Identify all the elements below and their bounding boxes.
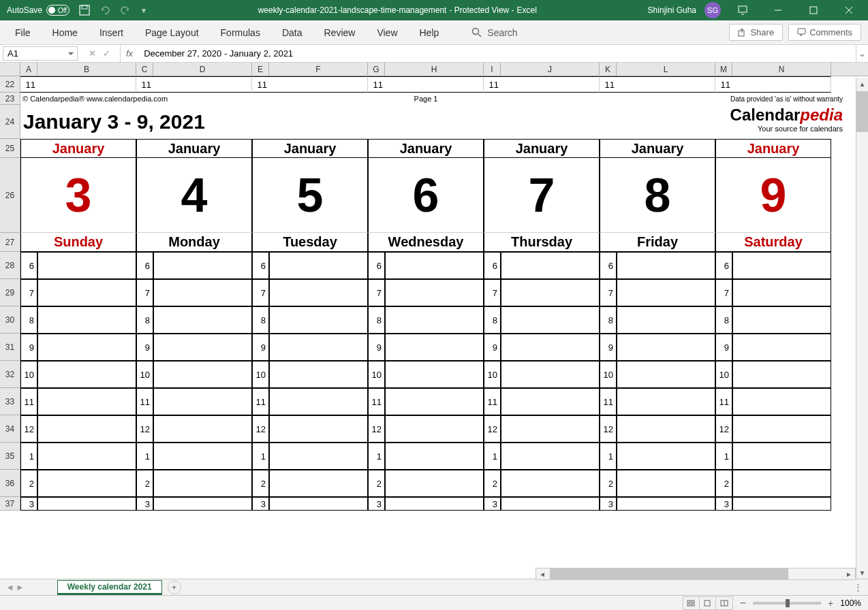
name-box[interactable]: A1 [3, 46, 78, 61]
cell[interactable] [501, 388, 600, 415]
cell[interactable] [617, 497, 715, 511]
minimize-button[interactable] [764, 0, 792, 20]
maximize-button[interactable] [800, 0, 827, 20]
cell[interactable] [269, 334, 368, 361]
grid-body[interactable]: 11111111111111© Calendarpedia® www.calen… [20, 76, 868, 511]
cell[interactable] [37, 497, 136, 511]
cell[interactable]: 9 [600, 334, 617, 361]
qat-dropdown-icon[interactable]: ▼ [140, 7, 147, 14]
cell[interactable] [617, 388, 715, 415]
cell[interactable]: 9 [715, 334, 732, 361]
cell[interactable]: 12 [20, 415, 37, 443]
horizontal-scroll-thumb[interactable] [550, 568, 788, 579]
cell[interactable]: 10 [368, 361, 385, 388]
cell[interactable]: 10 [252, 361, 269, 388]
col-header-A[interactable]: A [20, 63, 37, 76]
autosave-toggle[interactable]: Off [46, 5, 69, 16]
user-avatar[interactable]: SG [704, 2, 721, 18]
cell[interactable]: 1 [20, 443, 37, 470]
cell[interactable] [269, 388, 368, 415]
cell[interactable] [617, 470, 715, 497]
cell[interactable]: 6 [368, 252, 385, 279]
cell[interactable] [153, 443, 252, 470]
zoom-out-button[interactable]: − [740, 597, 746, 609]
select-all-corner[interactable] [0, 63, 20, 76]
cell[interactable] [501, 443, 600, 470]
cell[interactable] [617, 252, 715, 279]
cell[interactable]: 7 [136, 279, 153, 306]
cell[interactable]: Page 1 [368, 93, 484, 105]
formula-input[interactable] [138, 48, 856, 59]
cell[interactable] [501, 279, 600, 306]
col-header-F[interactable]: F [269, 63, 368, 76]
cell[interactable]: 11 [136, 76, 153, 93]
cell[interactable]: 8 [136, 306, 153, 334]
cell[interactable] [37, 361, 136, 388]
cell[interactable] [153, 497, 252, 511]
cell[interactable]: 7 [600, 279, 617, 306]
cell[interactable]: 9 [252, 334, 269, 361]
cell[interactable] [153, 415, 252, 443]
cell[interactable]: January [600, 139, 715, 158]
cell[interactable] [153, 252, 252, 279]
cell[interactable]: 11 [715, 388, 732, 415]
cell[interactable]: 10 [600, 361, 617, 388]
cell[interactable]: 9 [715, 158, 831, 233]
col-header-G[interactable]: G [368, 63, 385, 76]
cell[interactable] [732, 361, 831, 388]
cell[interactable]: 6 [715, 252, 732, 279]
col-header-I[interactable]: I [484, 63, 501, 76]
cell[interactable]: 10 [484, 361, 501, 388]
tab-help[interactable]: Help [410, 23, 449, 42]
cell[interactable] [37, 76, 136, 93]
cell[interactable]: 6 [600, 252, 617, 279]
cell[interactable]: 3 [484, 497, 501, 511]
cell[interactable] [617, 76, 715, 93]
cell[interactable] [385, 415, 484, 443]
cell[interactable] [732, 497, 831, 511]
cell[interactable]: 9 [20, 334, 37, 361]
undo-icon[interactable] [99, 5, 110, 16]
cell[interactable]: © Calendarpedia® www.calendarpedia.com [20, 93, 368, 105]
cell[interactable]: 2 [20, 470, 37, 497]
cell[interactable]: Thursday [484, 233, 600, 252]
cell[interactable]: 7 [252, 279, 269, 306]
cell[interactable] [385, 470, 484, 497]
cell[interactable]: 3 [252, 497, 269, 511]
cell[interactable]: 8 [600, 306, 617, 334]
cell[interactable]: January [484, 139, 600, 158]
cell[interactable]: Data provided 'as is' without warranty [484, 93, 845, 105]
cell[interactable]: 11 [20, 76, 37, 93]
cell[interactable] [269, 252, 368, 279]
cell[interactable]: 8 [252, 306, 269, 334]
sheet-tab-active[interactable]: Weekly calendar 2021 [57, 580, 162, 595]
row-header-34[interactable]: 34 [0, 415, 20, 443]
cell[interactable] [269, 279, 368, 306]
row-header-22[interactable]: 22 [0, 76, 20, 93]
cell[interactable] [385, 252, 484, 279]
cell[interactable]: 8 [600, 158, 715, 233]
cell[interactable]: 6 [136, 252, 153, 279]
cell[interactable] [37, 279, 136, 306]
col-header-C[interactable]: C [136, 63, 153, 76]
cell[interactable]: 1 [368, 443, 385, 470]
cell[interactable]: January [368, 139, 484, 158]
horizontal-scrollbar[interactable]: ◄ ► [536, 568, 856, 580]
cell[interactable] [385, 443, 484, 470]
tab-insert[interactable]: Insert [90, 23, 133, 42]
row-header-36[interactable]: 36 [0, 470, 20, 497]
cell[interactable] [385, 497, 484, 511]
zoom-in-button[interactable]: + [828, 598, 833, 609]
cell[interactable] [617, 415, 715, 443]
cell[interactable]: CalendarpediaYour source for calendars [634, 105, 845, 139]
cell[interactable] [385, 306, 484, 334]
row-header-31[interactable]: 31 [0, 334, 20, 361]
tab-formulas[interactable]: Formulas [211, 23, 270, 42]
cell[interactable] [385, 388, 484, 415]
cell[interactable] [153, 361, 252, 388]
cell[interactable]: Saturday [715, 233, 831, 252]
cell[interactable]: Tuesday [252, 233, 368, 252]
cell[interactable] [732, 279, 831, 306]
normal-view-button[interactable] [683, 597, 700, 609]
cell[interactable]: 9 [368, 334, 385, 361]
